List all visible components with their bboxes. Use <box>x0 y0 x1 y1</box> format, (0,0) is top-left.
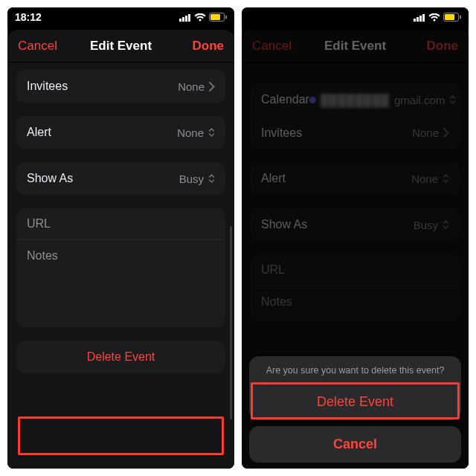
svg-rect-5 <box>210 14 220 20</box>
done-button[interactable]: Done <box>179 39 224 54</box>
svg-rect-2 <box>185 16 187 22</box>
row-value: None <box>411 173 449 185</box>
action-sheet-cancel-button[interactable]: Cancel <box>249 426 461 463</box>
showas-row[interactable]: Show As Busy <box>16 162 225 195</box>
alert-group: Alert None <box>16 116 225 149</box>
svg-rect-1 <box>182 17 184 22</box>
svg-rect-9 <box>419 16 422 22</box>
row-label: Invitees <box>261 126 302 140</box>
cancel-button[interactable]: Cancel <box>18 39 62 54</box>
row-value: Busy <box>414 219 449 231</box>
row-label: Show As <box>27 172 73 185</box>
calendar-row[interactable]: Calendar ████████ gmail.com <box>251 83 460 116</box>
status-bar: 18:12 <box>7 7 234 27</box>
svg-rect-8 <box>416 17 419 22</box>
sheet-header: Cancel Edit Event Done <box>7 30 234 62</box>
updown-icon <box>208 173 215 184</box>
calendar-invitees-group: Calendar ████████ gmail.com Invitees Non… <box>251 83 460 149</box>
delete-action-sheet: Are you sure you want to delete this eve… <box>249 356 461 463</box>
invitees-row[interactable]: Invitees None <box>251 116 460 149</box>
scroll-indicator <box>230 226 232 419</box>
svg-rect-0 <box>179 19 181 22</box>
chevron-right-icon <box>209 82 215 91</box>
row-label: Alert <box>261 172 286 185</box>
row-value: None <box>177 126 215 139</box>
url-notes-group: URL Notes <box>16 208 225 327</box>
row-label: Invitees <box>27 80 68 93</box>
screenshot-pair: 18:12 Cancel Edit Event Done Invitees No… <box>0 0 476 476</box>
sheet-title: Edit Event <box>90 39 152 54</box>
status-right <box>414 13 461 22</box>
invitees-row[interactable]: Invitees None <box>16 70 225 103</box>
svg-rect-7 <box>414 19 416 22</box>
updown-icon <box>443 219 449 230</box>
row-label: Alert <box>27 126 51 139</box>
status-time: 18:12 <box>15 11 42 23</box>
alert-row[interactable]: Alert None <box>251 162 460 195</box>
notes-input[interactable]: Notes <box>16 239 225 271</box>
url-notes-group: URL Notes <box>251 254 460 321</box>
calendar-redacted: ████████ <box>321 94 390 106</box>
showas-group: Show As Busy <box>16 162 225 195</box>
url-input[interactable]: URL <box>251 254 460 286</box>
status-right <box>179 13 227 22</box>
showas-row[interactable]: Show As Busy <box>251 208 460 241</box>
chevron-right-icon <box>443 128 449 138</box>
action-sheet-title: Are you sure you want to delete this eve… <box>249 356 461 384</box>
row-value: Busy <box>179 173 215 185</box>
invitees-group: Invitees None <box>16 70 225 103</box>
alert-group: Alert None <box>251 162 460 195</box>
svg-rect-12 <box>445 14 454 20</box>
updown-icon <box>449 94 456 105</box>
row-value: None <box>178 80 215 93</box>
battery-icon <box>443 13 461 22</box>
row-value: ████████ gmail.com <box>309 94 456 106</box>
action-sheet-delete-button[interactable]: Delete Event <box>249 384 461 420</box>
action-sheet-main-group: Are you sure you want to delete this eve… <box>249 356 461 420</box>
phone-right: Cancel Edit Event Done Calendar ████████… <box>242 7 469 469</box>
url-input[interactable]: URL <box>16 208 225 239</box>
wifi-icon <box>194 13 206 22</box>
updown-icon <box>443 173 449 184</box>
phone-left: 18:12 Cancel Edit Event Done Invitees No… <box>7 7 234 469</box>
signal-icon <box>414 13 425 22</box>
showas-group: Show As Busy <box>251 208 460 241</box>
svg-rect-13 <box>460 16 461 19</box>
row-label: Calendar <box>261 93 309 106</box>
updown-icon <box>208 127 215 138</box>
delete-event-group: Delete Event <box>16 341 225 373</box>
edit-event-sheet: Cancel Edit Event Done Invitees None <box>7 30 234 469</box>
form-list: Invitees None Alert None <box>7 62 234 469</box>
svg-rect-10 <box>422 14 425 22</box>
alert-row[interactable]: Alert None <box>16 116 225 149</box>
svg-rect-3 <box>188 14 190 22</box>
notes-input[interactable]: Notes <box>251 286 460 318</box>
calendar-color-dot <box>309 97 316 103</box>
svg-rect-6 <box>225 16 227 19</box>
sheet-title: Edit Event <box>324 39 386 54</box>
done-button[interactable]: Done <box>414 39 458 54</box>
edit-event-sheet: Cancel Edit Event Done Calendar ████████… <box>242 30 469 469</box>
cancel-button[interactable]: Cancel <box>252 39 297 54</box>
wifi-icon <box>428 13 440 22</box>
signal-icon <box>179 13 191 22</box>
row-label: Show As <box>261 218 307 231</box>
status-bar <box>242 7 469 27</box>
row-value: None <box>412 126 449 139</box>
delete-event-button[interactable]: Delete Event <box>16 341 225 373</box>
battery-icon <box>209 13 227 22</box>
sheet-header: Cancel Edit Event Done <box>242 30 469 62</box>
